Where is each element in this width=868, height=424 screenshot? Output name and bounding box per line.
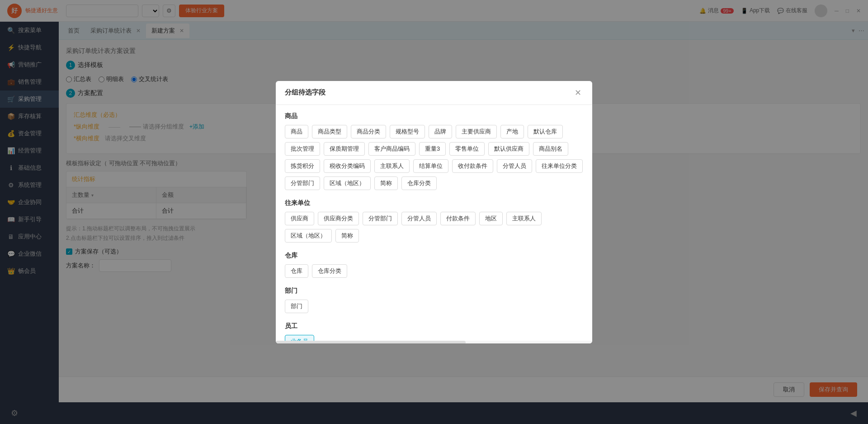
field-tag[interactable]: 部门: [285, 300, 308, 313]
field-tag[interactable]: 仓库分类: [312, 264, 347, 278]
field-tag[interactable]: 商品: [285, 125, 308, 138]
modal-scroll-bar[interactable]: [276, 341, 592, 343]
field-tag[interactable]: 产地: [500, 125, 524, 138]
field-tag[interactable]: 主联系人: [506, 212, 542, 225]
field-tag[interactable]: 仓库: [285, 264, 308, 278]
field-tag[interactable]: 拣货积分: [285, 159, 320, 173]
field-tag[interactable]: 主要供应商: [456, 125, 497, 138]
field-group-title: 往来单位: [285, 199, 583, 207]
field-tag[interactable]: 商品分类: [351, 125, 386, 138]
field-tag[interactable]: 结算单位: [413, 159, 448, 173]
modal-title: 分组待选字段: [285, 88, 326, 97]
field-tag[interactable]: 默认仓库: [528, 125, 563, 138]
field-tag[interactable]: 客户商品编码: [368, 142, 415, 156]
field-tag[interactable]: 分管部门: [285, 176, 320, 190]
field-tag[interactable]: 主联系人: [374, 159, 410, 173]
field-tag[interactable]: 品牌: [429, 125, 452, 138]
field-tag[interactable]: 规格型号: [390, 125, 425, 138]
field-tags: 仓库仓库分类: [285, 264, 583, 278]
field-group-商品: 商品商品商品类型商品分类规格型号品牌主要供应商产地默认仓库批次管理保质期管理客户…: [285, 112, 583, 190]
field-tag[interactable]: 分管部门: [363, 212, 398, 225]
modal: 分组待选字段 ✕ 商品商品商品类型商品分类规格型号品牌主要供应商产地默认仓库批次…: [276, 81, 592, 343]
field-group-title: 部门: [285, 287, 583, 295]
field-group-部门: 部门部门: [285, 287, 583, 313]
field-group-title: 仓库: [285, 252, 583, 260]
field-tag[interactable]: 区域（地区）: [324, 176, 371, 190]
field-tag[interactable]: 收付款条件: [452, 159, 493, 173]
field-tag[interactable]: 商品类型: [312, 125, 347, 138]
modal-header: 分组待选字段 ✕: [276, 81, 592, 105]
field-tag[interactable]: 仓库分类: [401, 176, 437, 190]
field-tag[interactable]: 供应商分类: [318, 212, 359, 225]
field-tag[interactable]: 地区: [479, 212, 503, 225]
modal-overlay[interactable]: 分组待选字段 ✕ 商品商品商品类型商品分类规格型号品牌主要供应商产地默认仓库批次…: [0, 0, 868, 424]
field-tag[interactable]: 默认供应商: [488, 142, 529, 156]
field-tag[interactable]: 供应商: [285, 212, 314, 225]
field-tag[interactable]: 简称: [335, 229, 359, 243]
field-tag[interactable]: 重量3: [419, 142, 446, 156]
field-tag[interactable]: 付款条件: [440, 212, 476, 225]
field-group-仓库: 仓库仓库仓库分类: [285, 252, 583, 278]
modal-scroll-thumb: [276, 341, 466, 343]
field-tag[interactable]: 保质期管理: [324, 142, 365, 156]
field-tag[interactable]: 商品别名: [533, 142, 568, 156]
field-tag[interactable]: 往来单位分类: [536, 159, 583, 173]
field-tag[interactable]: 零售单位: [449, 142, 485, 156]
field-tag[interactable]: 批次管理: [285, 142, 320, 156]
field-tag[interactable]: 分管人员: [401, 212, 437, 225]
modal-close-button[interactable]: ✕: [572, 87, 583, 98]
field-group-title: 员工: [285, 322, 583, 330]
field-tag[interactable]: 税收分类编码: [324, 159, 371, 173]
field-tag[interactable]: 简称: [374, 176, 398, 190]
field-tag[interactable]: 区域（地区）: [285, 229, 332, 243]
field-group-员工: 员工业务员: [285, 322, 583, 341]
field-tags: 部门: [285, 300, 583, 313]
field-tags: 供应商供应商分类分管部门分管人员付款条件地区主联系人区域（地区）简称: [285, 212, 583, 243]
field-tags: 业务员: [285, 335, 583, 341]
modal-body: 商品商品商品类型商品分类规格型号品牌主要供应商产地默认仓库批次管理保质期管理客户…: [276, 105, 592, 341]
field-tag[interactable]: 业务员: [285, 335, 314, 341]
field-group-往来单位: 往来单位供应商供应商分类分管部门分管人员付款条件地区主联系人区域（地区）简称: [285, 199, 583, 243]
field-group-title: 商品: [285, 112, 583, 120]
field-tag[interactable]: 分管人员: [497, 159, 532, 173]
field-tags: 商品商品类型商品分类规格型号品牌主要供应商产地默认仓库批次管理保质期管理客户商品…: [285, 125, 583, 190]
